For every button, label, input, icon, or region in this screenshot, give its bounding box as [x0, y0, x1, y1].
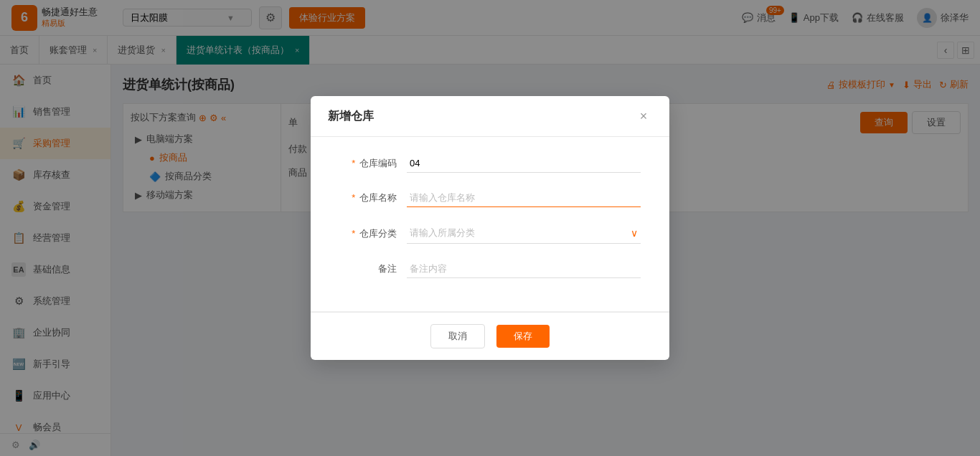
code-input[interactable]	[407, 154, 641, 173]
form-row-category: * 仓库分类 请输入所属分类 ∨	[339, 223, 641, 244]
code-required-mark: *	[352, 158, 355, 168]
category-select[interactable]: 请输入所属分类 ∨	[407, 223, 641, 244]
remark-input[interactable]	[407, 260, 641, 278]
new-warehouse-modal: 新增仓库 × * 仓库编码 * 仓库名称	[311, 96, 669, 360]
category-placeholder: 请输入所属分类	[410, 227, 475, 239]
modal-body: * 仓库编码 * 仓库名称 * 仓库分类 请输入所属	[311, 137, 669, 311]
cancel-button[interactable]: 取消	[430, 324, 485, 348]
modal-title: 新增仓库	[328, 109, 374, 124]
name-label-text: 仓库名称	[359, 192, 397, 203]
category-required-mark: *	[352, 228, 355, 239]
remark-label-text: 备注	[378, 263, 397, 274]
modal-header: 新增仓库 ×	[311, 96, 669, 137]
form-row-name: * 仓库名称	[339, 189, 641, 207]
modal-footer: 取消 保存	[311, 312, 669, 360]
name-label: * 仓库名称	[339, 191, 397, 204]
name-required-mark: *	[352, 192, 355, 203]
form-row-code: * 仓库编码	[339, 154, 641, 173]
code-label-text: 仓库编码	[359, 158, 397, 168]
remark-label: 备注	[339, 262, 397, 275]
category-label-text: 仓库分类	[359, 228, 397, 239]
category-dropdown-icon: ∨	[631, 227, 638, 239]
save-button[interactable]: 保存	[496, 325, 550, 348]
category-label: * 仓库分类	[339, 227, 397, 240]
form-row-remark: 备注	[339, 260, 641, 278]
modal-overlay[interactable]: 新增仓库 × * 仓库编码 * 仓库名称	[0, 0, 980, 456]
modal-close-button[interactable]: ×	[635, 108, 652, 125]
code-label: * 仓库编码	[339, 157, 397, 170]
name-input[interactable]	[407, 189, 641, 207]
